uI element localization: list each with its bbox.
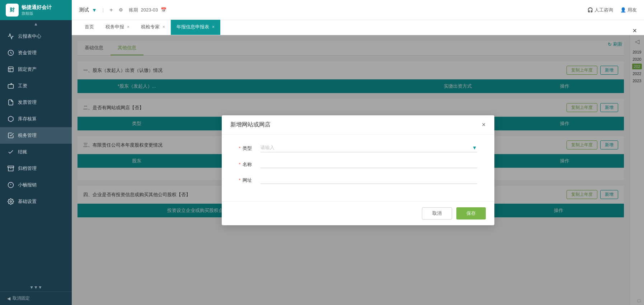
sidebar-item-fixed-assets[interactable]: 固定资产 [0, 61, 72, 78]
logo-subtitle: 旗舰版 [22, 11, 52, 16]
url-label-text: 网址 [243, 177, 252, 183]
sidebar-item-label: 基础设置 [18, 198, 37, 205]
invoice-icon [7, 99, 14, 106]
salary-icon [7, 82, 14, 89]
url-input[interactable] [260, 177, 477, 182]
gear-icon[interactable]: ⚙ [119, 7, 123, 13]
tab-tax-declare-label: 税务申报 [105, 24, 124, 30]
period-label: 账期 [129, 7, 138, 13]
sidebar-item-label: 发票管理 [18, 99, 37, 106]
required-star2: * [239, 162, 241, 167]
header-divider1: | [103, 7, 104, 13]
company-name: 测试 [79, 7, 89, 13]
tab-annual-report-close[interactable]: × [212, 24, 215, 29]
sidebar-item-label: 税务管理 [18, 132, 37, 139]
logo-text-wrap: 畅捷通好会计 旗舰版 [22, 4, 52, 16]
name-input-wrap [260, 161, 477, 168]
svg-rect-1 [8, 67, 13, 72]
left-arrow-icon: ◀ [7, 296, 10, 301]
dialog-body: * 类型 ▼ * 名称 [222, 135, 494, 201]
form-row-type: * 类型 ▼ [239, 145, 477, 152]
sidebar-item-label: 结账 [18, 149, 27, 155]
sidebar-logo: 财 畅捷通好会计 旗舰版 [0, 0, 72, 20]
required-star3: * [239, 177, 241, 183]
sidebar-item-archive[interactable]: 归档管理 [0, 160, 72, 177]
inventory-icon [7, 115, 14, 123]
sidebar-item-settings[interactable]: 基础设置 [0, 193, 72, 210]
report-icon [7, 181, 14, 189]
header-right: 🎧 人工咨询 👤 用友 [587, 7, 637, 13]
header-actions: + ⚙ 账期 2023-03 📅 [109, 7, 166, 13]
logo-title: 畅捷通好会计 [22, 4, 52, 10]
user-icon: 👤 [620, 7, 626, 13]
unpin-label: 取消固定 [13, 295, 30, 301]
sidebar-item-cloud-report[interactable]: 云报表中心 [0, 28, 72, 45]
sidebar-item-report[interactable]: 小畅报销 [0, 177, 72, 193]
main-content: 测试 ▼ | + ⚙ 账期 2023-03 📅 🎧 人工咨询 👤 用友 [72, 0, 644, 305]
header: 测试 ▼ | + ⚙ 账期 2023-03 📅 🎧 人工咨询 👤 用友 [72, 0, 644, 20]
headphone-icon: 🎧 [587, 7, 593, 13]
sidebar-item-inventory[interactable]: 库存核算 [0, 111, 72, 127]
logo-icon: 财 [6, 4, 19, 17]
sidebar-unpin[interactable]: ◀ 取消固定 [0, 291, 72, 305]
company-selector[interactable]: 测试 ▼ [79, 7, 97, 13]
sidebar-item-salary[interactable]: 工资 [0, 78, 72, 94]
sidebar-item-label: 工资 [18, 83, 27, 89]
add-website-dialog: 新增网站或网店 × * 类型 ▼ [222, 115, 494, 225]
cloud-report-icon [7, 33, 14, 40]
svg-point-8 [10, 201, 12, 203]
dialog-close-btn[interactable]: × [482, 121, 486, 129]
sidebar-scroll-up[interactable]: ▲ [0, 20, 72, 28]
add-icon[interactable]: + [109, 7, 113, 13]
window-close-btn[interactable]: × [633, 27, 637, 35]
sidebar-item-tax[interactable]: 税务管理 [0, 127, 72, 144]
svg-rect-3 [8, 166, 14, 167]
tab-home[interactable]: 首页 [79, 20, 100, 35]
type-input[interactable] [260, 145, 472, 150]
tabs-bar: 首页 税务申报 × 税检专家 × 年报信息申报表 × × [72, 20, 644, 35]
sidebar-item-label: 归档管理 [18, 165, 37, 172]
tab-annual-report-label: 年报信息申报表 [177, 24, 209, 30]
dialog-title: 新增网站或网店 [230, 121, 271, 129]
dialog-header: 新增网站或网店 × [222, 115, 494, 135]
sidebar-nav: 云报表中心 资金管理 固定资产 工资 发票管理 [0, 28, 72, 283]
sidebar-item-invoice[interactable]: 发票管理 [0, 94, 72, 111]
sidebar-item-label: 库存核算 [18, 116, 37, 122]
sidebar-scroll-down[interactable]: ▼▼▼ [0, 283, 72, 291]
content-area: 基础信息 其他信息 一、股东（发起人）出资（认缴）情况 复制上年度 新增 *股东… [72, 35, 644, 305]
cancel-button[interactable]: 取消 [422, 207, 452, 219]
sidebar-item-checkout[interactable]: 结账 [0, 144, 72, 160]
sidebar-item-fund[interactable]: 资金管理 [0, 45, 72, 61]
type-dropdown-arrow[interactable]: ▼ [472, 145, 477, 151]
url-label: * 网址 [239, 177, 260, 184]
name-input[interactable] [260, 161, 477, 166]
tab-tax-expert[interactable]: 税检专家 × [135, 20, 171, 35]
dropdown-icon: ▼ [92, 7, 97, 13]
archive-icon [7, 165, 14, 172]
period-selector[interactable]: 账期 2023-03 📅 [129, 7, 167, 13]
save-button[interactable]: 保存 [456, 207, 486, 219]
tax-icon [7, 132, 14, 139]
tab-tax-expert-close[interactable]: × [163, 24, 165, 29]
checkout-icon [7, 148, 14, 156]
sidebar-item-label: 云报表中心 [18, 33, 41, 40]
sidebar-item-label: 资金管理 [18, 50, 37, 56]
settings-icon [7, 198, 14, 205]
sidebar: 财 畅捷通好会计 旗舰版 ▲ 云报表中心 资金管理 固定资产 [0, 0, 72, 305]
support-label: 人工咨询 [594, 7, 613, 13]
form-row-url: * 网址 [239, 177, 477, 184]
url-input-wrap [260, 177, 477, 184]
period-value: 2023-03 [141, 7, 158, 13]
tab-annual-report[interactable]: 年报信息申报表 × [171, 20, 220, 35]
sidebar-item-label: 小畅报销 [18, 182, 37, 188]
required-star: * [239, 145, 241, 151]
name-label-text: 名称 [243, 162, 252, 167]
tab-tax-declare[interactable]: 税务申报 × [100, 20, 135, 35]
tab-tax-declare-close[interactable]: × [127, 24, 130, 29]
tab-tax-expert-label: 税检专家 [141, 24, 160, 30]
support-btn[interactable]: 🎧 人工咨询 [587, 7, 613, 13]
name-label: * 名称 [239, 161, 260, 168]
user-btn[interactable]: 👤 用友 [620, 7, 637, 13]
fund-icon [7, 49, 14, 56]
sidebar-item-label: 固定资产 [18, 66, 37, 73]
